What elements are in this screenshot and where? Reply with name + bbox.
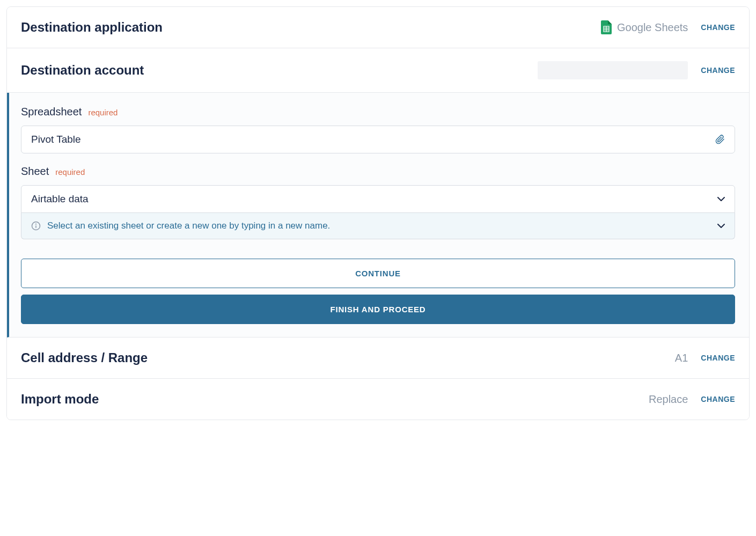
section-header: Destination account CHANGE [7, 48, 749, 92]
destination-account-section: Destination account CHANGE [7, 48, 749, 93]
change-cell-address-button[interactable]: CHANGE [701, 354, 735, 362]
sheet-select[interactable]: Airtable data [21, 185, 735, 213]
sheet-field: Sheet required Airtable data Select an e… [21, 165, 735, 239]
google-sheets-icon [601, 20, 612, 34]
destination-app-label: Google Sheets [601, 20, 688, 34]
sheet-label: Sheet [21, 165, 49, 178]
app-name-text: Google Sheets [617, 21, 688, 34]
field-label-row: Sheet required [21, 165, 735, 178]
cell-address-section: Cell address / Range A1 CHANGE [7, 337, 749, 379]
spreadsheet-input[interactable]: Pivot Table [21, 126, 735, 153]
info-icon [31, 221, 41, 231]
finish-and-proceed-button[interactable]: FINISH AND PROCEED [21, 295, 735, 324]
section-header: Import mode Replace CHANGE [7, 379, 749, 420]
section-right: Replace CHANGE [649, 393, 735, 406]
chevron-down-icon [717, 224, 725, 229]
import-mode-section: Import mode Replace CHANGE [7, 379, 749, 420]
change-destination-app-button[interactable]: CHANGE [701, 23, 735, 32]
section-title: Destination application [21, 20, 163, 35]
settings-panel: Destination application Google Sheets CH… [6, 6, 750, 420]
spreadsheet-label: Spreadsheet [21, 106, 82, 118]
section-header: Cell address / Range A1 CHANGE [7, 337, 749, 378]
section-right: A1 CHANGE [675, 352, 735, 364]
svg-point-6 [36, 224, 36, 224]
cell-address-value: A1 [675, 352, 688, 364]
sheet-value: Airtable data [31, 193, 89, 205]
required-tag: required [88, 108, 118, 117]
section-header: Destination application Google Sheets CH… [7, 7, 749, 48]
section-title: Import mode [21, 392, 99, 407]
section-title: Cell address / Range [21, 350, 148, 365]
hint-left: Select an existing sheet or create a new… [31, 221, 330, 231]
sheet-hint-text: Select an existing sheet or create a new… [47, 221, 330, 231]
import-mode-value: Replace [649, 393, 688, 406]
required-tag: required [55, 167, 85, 177]
spreadsheet-value: Pivot Table [31, 134, 715, 145]
change-import-mode-button[interactable]: CHANGE [701, 395, 735, 403]
section-title: Destination account [21, 63, 144, 78]
account-value-redacted [538, 61, 688, 79]
destination-application-section: Destination application Google Sheets CH… [7, 7, 749, 48]
spreadsheet-field: Spreadsheet required Pivot Table [21, 106, 735, 153]
spreadsheet-sheet-section: Spreadsheet required Pivot Table Sheet r… [7, 93, 749, 337]
chevron-down-icon [717, 197, 725, 202]
action-buttons: CONTINUE FINISH AND PROCEED [21, 259, 735, 324]
sheet-hint-bar[interactable]: Select an existing sheet or create a new… [21, 213, 735, 239]
continue-button[interactable]: CONTINUE [21, 259, 735, 288]
attachment-icon[interactable] [715, 135, 725, 144]
change-destination-account-button[interactable]: CHANGE [701, 66, 735, 75]
section-right: Google Sheets CHANGE [601, 20, 735, 34]
field-label-row: Spreadsheet required [21, 106, 735, 118]
section-right: CHANGE [538, 61, 735, 79]
